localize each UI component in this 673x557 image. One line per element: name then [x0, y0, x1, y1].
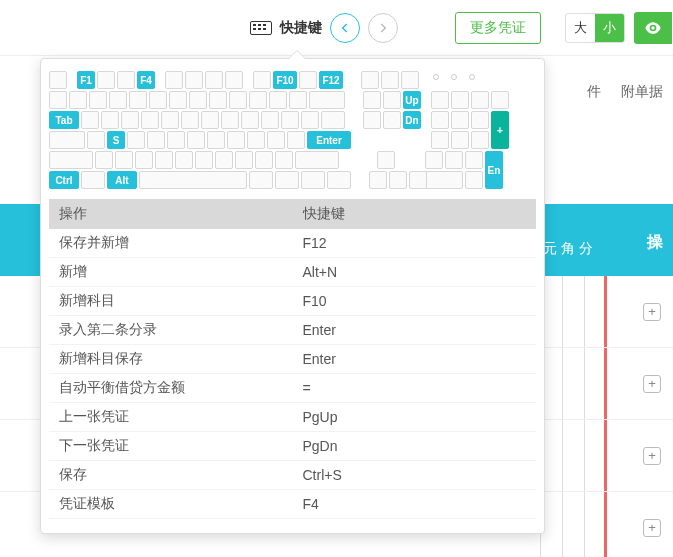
shortcut-cell: PgDn	[293, 432, 537, 461]
key-f9	[253, 71, 271, 89]
add-row-button[interactable]: +	[643, 375, 661, 393]
shortcut-cell: Enter	[293, 345, 537, 374]
table-row: 录入第二条分录Enter	[49, 316, 536, 345]
key-semicolon	[267, 131, 285, 149]
key-del	[363, 111, 381, 129]
key-h	[187, 131, 205, 149]
table-row: 保存并新增F12	[49, 229, 536, 258]
key-num0	[425, 171, 463, 189]
key-prtsc	[361, 71, 379, 89]
key-f11	[299, 71, 317, 89]
key-numdiv	[451, 91, 469, 109]
view-button[interactable]	[634, 12, 672, 44]
key-lshift	[49, 151, 93, 169]
key-arrow-left	[369, 171, 387, 189]
key-j	[207, 131, 225, 149]
key-num4	[431, 131, 449, 149]
key-arrow-right	[409, 171, 427, 189]
key-ralt	[249, 171, 273, 189]
file-hint: 件	[587, 83, 601, 101]
key-f	[147, 131, 165, 149]
action-cell: 新增科目	[49, 287, 293, 316]
key-num2	[445, 151, 463, 169]
arrow-left-icon	[338, 21, 352, 35]
key-e	[121, 111, 139, 129]
operate-header: 操	[647, 232, 663, 253]
key-0	[249, 91, 267, 109]
key-b	[175, 151, 193, 169]
more-vouchers-button[interactable]: 更多凭证	[455, 12, 541, 44]
add-row-button[interactable]: +	[643, 519, 661, 537]
key-nummul	[471, 91, 489, 109]
prev-button[interactable]	[330, 13, 360, 43]
key-n	[195, 151, 213, 169]
shortcut-cell: F4	[293, 490, 537, 519]
key-numplus: +	[491, 111, 509, 149]
shortcut-cell: F12	[293, 229, 537, 258]
key-backtick	[49, 91, 67, 109]
key-7	[189, 91, 207, 109]
table-row: 新增科目F10	[49, 287, 536, 316]
key-8	[209, 91, 227, 109]
key-f7	[205, 71, 223, 89]
key-minus	[269, 91, 287, 109]
key-home	[383, 91, 401, 109]
key-f12: F12	[319, 71, 343, 89]
size-large-option[interactable]: 大	[566, 14, 595, 42]
key-w	[101, 111, 119, 129]
key-d	[127, 131, 145, 149]
led-icon	[469, 74, 475, 80]
key-pgup: Up	[403, 91, 421, 109]
key-r	[141, 111, 159, 129]
keyboard-icon	[250, 21, 272, 35]
key-rbracket	[301, 111, 319, 129]
add-row-button[interactable]: +	[643, 303, 661, 321]
action-cell: 保存并新增	[49, 229, 293, 258]
key-ins	[363, 91, 381, 109]
key-esc	[49, 71, 67, 89]
col-action-header: 操作	[49, 199, 293, 229]
top-toolbar: 快捷键 更多凭证 大 小	[0, 0, 673, 56]
key-f3	[117, 71, 135, 89]
key-backspace	[309, 91, 345, 109]
key-arrow-down	[389, 171, 407, 189]
key-x	[115, 151, 133, 169]
shortcuts-label[interactable]: 快捷键	[280, 19, 322, 37]
key-2	[89, 91, 107, 109]
action-cell: 凭证模板	[49, 490, 293, 519]
key-g	[167, 131, 185, 149]
key-v	[155, 151, 173, 169]
key-lwin	[81, 171, 105, 189]
key-num6	[471, 131, 489, 149]
key-z	[95, 151, 113, 169]
key-k	[227, 131, 245, 149]
next-button[interactable]	[368, 13, 398, 43]
key-numenter: En	[485, 151, 503, 189]
key-quote	[287, 131, 305, 149]
key-i	[221, 111, 239, 129]
key-f6	[185, 71, 203, 89]
shortcuts-popover: F1 F4 F10 F12	[40, 58, 545, 534]
add-row-button[interactable]: +	[643, 447, 661, 465]
key-5	[149, 91, 167, 109]
key-num3	[465, 151, 483, 169]
key-t	[161, 111, 179, 129]
key-end	[383, 111, 401, 129]
key-c	[135, 151, 153, 169]
size-small-option[interactable]: 小	[595, 14, 624, 42]
key-3	[109, 91, 127, 109]
arrow-right-icon	[376, 21, 390, 35]
led-icon	[433, 74, 439, 80]
key-o	[241, 111, 259, 129]
led-icon	[451, 74, 457, 80]
attach-hint[interactable]: 附单据	[621, 83, 663, 101]
key-u	[201, 111, 219, 129]
key-num5	[451, 131, 469, 149]
key-enter: Enter	[307, 131, 351, 149]
action-cell: 自动平衡借贷方金额	[49, 374, 293, 403]
key-f8	[225, 71, 243, 89]
key-num1	[425, 151, 443, 169]
key-f10: F10	[273, 71, 297, 89]
action-cell: 上一张凭证	[49, 403, 293, 432]
key-equals	[289, 91, 307, 109]
